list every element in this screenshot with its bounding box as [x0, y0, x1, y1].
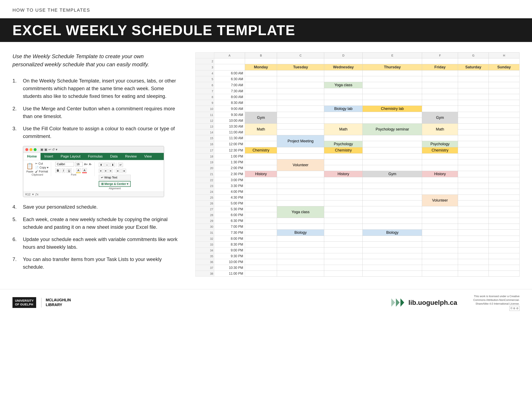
table-row: 35 9:30 PM — [196, 253, 520, 259]
university-logo: Universityof Guelph — [12, 297, 36, 308]
font-group: A+ A- B I U A A Font — [55, 162, 95, 176]
paste-label: Paste — [26, 170, 33, 173]
formula-bar: K12 ▾ ƒx — [23, 191, 164, 197]
align-bottom-button[interactable]: ⬇ — [110, 163, 115, 167]
format-button[interactable]: 🖌 Format — [35, 170, 48, 173]
day-wednesday: Wednesday — [324, 64, 363, 70]
event-volunteer-tue: Volunteer — [277, 159, 324, 171]
table-row: 25 4:30 PM Volunteer — [196, 195, 520, 201]
table-row: 22 3:00 PM — [196, 177, 520, 183]
column-header-row: A B C D E F G H — [196, 53, 520, 58]
event-history-wed: History — [324, 171, 363, 177]
indent-decrease-button[interactable]: ⇤ — [116, 169, 121, 173]
tab-formulas[interactable]: Formulas — [84, 153, 106, 160]
tab-insert[interactable]: Insert — [40, 153, 57, 160]
tab-data[interactable]: Data — [106, 153, 121, 160]
font-color-button[interactable]: A — [82, 168, 87, 173]
instructions-list-continued: 4. Save your personalized schedule. 5. E… — [12, 203, 183, 271]
col-header-f: F — [422, 53, 458, 58]
table-row: 19 1:30 PM Volunteer — [196, 159, 520, 165]
instructions-list: 1. On the Weekly Schedule Template, inse… — [12, 77, 183, 140]
minimize-icon — [29, 148, 32, 151]
table-row: 32 8:00 PM — [196, 236, 520, 242]
event-gym-mon: Gym — [245, 112, 277, 124]
list-num: 5. — [12, 215, 17, 223]
italic-button[interactable]: I — [62, 168, 66, 173]
col-header-e: E — [363, 53, 422, 58]
align-right-button[interactable]: ≡ — [108, 169, 113, 173]
indent-increase-button[interactable]: ⇥ — [121, 169, 126, 173]
event-chemistry-mon: Chemistry — [245, 147, 277, 153]
copy-button[interactable]: 📄 Copy ▾ — [35, 166, 48, 169]
align-center-button[interactable]: ≡ — [104, 169, 108, 173]
table-row: 24 4:00 PM — [196, 189, 520, 195]
list-item: 7. You can also transfer items from your… — [12, 255, 183, 271]
event-yoga-tue: Yoga class — [277, 206, 324, 218]
day-sunday: Sunday — [489, 64, 520, 70]
chevron-icon-1 — [391, 298, 395, 307]
underline-button[interactable]: U — [66, 168, 71, 173]
event-math-wed: Math — [324, 124, 363, 135]
event-biology-tue: Biology — [277, 229, 324, 236]
table-row: 2 — [196, 58, 520, 64]
bold-button[interactable]: B — [55, 168, 60, 173]
list-item: 2. Use the Merge and Center button when … — [12, 105, 183, 120]
merge-center-btn[interactable]: ⊞ Merge & Center ▾ — [99, 181, 131, 187]
col-header-a: A — [214, 53, 245, 58]
table-row: 8 8:00 AM — [196, 94, 520, 100]
table-row: 37 10:30 PM — [196, 265, 520, 271]
list-item: 4. Save your personalized schedule. — [12, 203, 183, 211]
wrap-text-btn[interactable]: ↵ Wrap Text — [99, 175, 131, 180]
list-item: 1. On the Weekly Schedule Template, inse… — [12, 77, 183, 100]
day-saturday: Saturday — [458, 64, 489, 70]
event-history-mon: History — [245, 171, 277, 177]
chevron-icon-2 — [396, 298, 400, 307]
cut-button[interactable]: ✂ Cut — [35, 162, 48, 165]
font-name-input[interactable] — [55, 162, 74, 166]
table-row: 4 6:00 AM — [196, 70, 520, 76]
list-num: 4. — [12, 203, 17, 211]
footer-right: lib.uoguelph.ca This work is licensed un… — [391, 295, 520, 311]
alignment-label: Alignment — [109, 187, 121, 190]
font-size-input[interactable] — [75, 162, 83, 166]
day-friday: Friday — [422, 64, 458, 70]
left-column: Use the Weekly Schedule Template to crea… — [12, 52, 183, 277]
event-biology-lab: Biology lab — [324, 106, 363, 112]
ribbon-body: 📋 Paste ✂ Cut 📄 Copy ▾ 🖌 Format Clipboar… — [23, 160, 164, 191]
event-math-mon: Math — [245, 124, 277, 135]
divider — [114, 169, 114, 173]
table-row: 9 8:30 AM — [196, 100, 520, 106]
tab-home[interactable]: Home — [23, 153, 40, 160]
table-row: 3 Monday Tuesday Wednesday Thursday Frid… — [196, 64, 520, 70]
tab-review[interactable]: Review — [121, 153, 141, 160]
font-label: Font — [71, 173, 76, 176]
align-middle-button[interactable]: ↔ — [104, 163, 110, 167]
event-volunteer-fri: Volunteer — [422, 195, 458, 206]
university-logo-box: Universityof Guelph — [12, 297, 36, 308]
list-num: 2. — [12, 105, 17, 112]
table-row: 6 7:00 AM Yoga class — [196, 82, 520, 88]
tab-view[interactable]: View — [141, 153, 156, 160]
table-row: 15 11:30 AM Project Meeting — [196, 135, 520, 141]
table-row: 17 12:30 PM Chemistry Chemistry Chemistr… — [196, 147, 520, 153]
clipboard-group: 📋 Paste ✂ Cut 📄 Copy ▾ 🖌 Format Clipboar… — [25, 162, 51, 176]
font-shrink-icon: A- — [89, 162, 92, 166]
table-row: 27 5:30 PM Yoga class — [196, 206, 520, 212]
align-left-button[interactable]: ≡ — [99, 169, 103, 173]
list-num: 3. — [12, 125, 17, 132]
align-top-button[interactable]: ⬆ — [99, 163, 104, 167]
page-footer: Universityof Guelph McLaughlinLibrary li… — [0, 289, 532, 316]
clipboard-items: ✂ Cut 📄 Copy ▾ 🖌 Format — [35, 162, 48, 173]
col-header-g: G — [458, 53, 489, 58]
maximize-icon — [34, 148, 37, 151]
tab-page-layout[interactable]: Page Layout — [57, 153, 84, 160]
table-row: 20 2:00 PM — [196, 165, 520, 171]
excel-mockup: ▣ ▣ ↩ ↺ ▾ Home Insert Page Layout Formul… — [23, 146, 164, 197]
col-header-c: C — [277, 53, 324, 58]
fill-color-button[interactable]: A — [76, 168, 81, 173]
event-gym-fri: Gym — [422, 112, 458, 124]
event-psychology-fri: Psychology — [422, 141, 458, 147]
col-header-rownum — [196, 53, 214, 58]
table-row: 5 6:30 AM — [196, 76, 520, 82]
wrap-text-button[interactable]: ↵ — [118, 163, 123, 167]
